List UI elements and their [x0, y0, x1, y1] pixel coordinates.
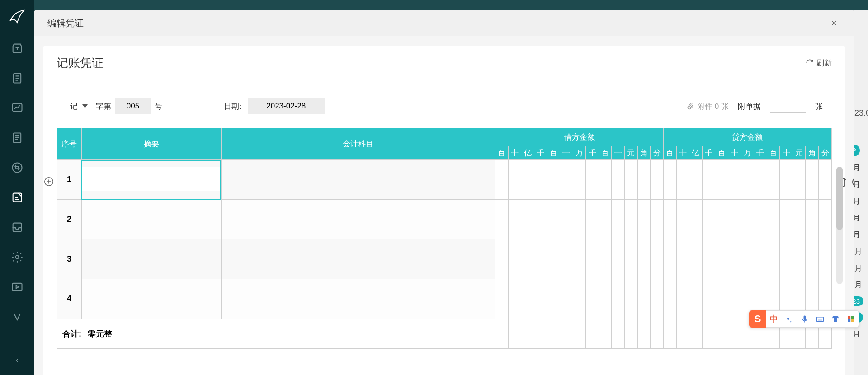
amount-digit-cell[interactable] [780, 160, 793, 200]
amount-digit-cell[interactable] [651, 200, 664, 239]
delete-row-icon[interactable] [852, 177, 854, 188]
summary-input[interactable] [82, 167, 221, 191]
amount-digit-cell[interactable] [547, 239, 560, 279]
amount-digit-cell[interactable] [573, 279, 586, 319]
amount-digit-cell[interactable] [637, 279, 651, 319]
amount-digit-cell[interactable] [637, 200, 651, 239]
amount-digit-cell[interactable] [625, 160, 638, 200]
amount-digit-cell[interactable] [676, 279, 689, 319]
amount-digit-cell[interactable] [741, 160, 754, 200]
amount-digit-cell[interactable] [754, 239, 767, 279]
amount-digit-cell[interactable] [767, 200, 780, 239]
amount-digit-cell[interactable] [534, 239, 547, 279]
amount-digit-cell[interactable] [676, 200, 689, 239]
amount-digit-cell[interactable] [663, 200, 676, 239]
amount-digit-cell[interactable] [728, 239, 741, 279]
modal-close-button[interactable] [827, 16, 841, 30]
amount-digit-cell[interactable] [754, 200, 767, 239]
amount-digit-cell[interactable] [780, 200, 793, 239]
amount-digit-cell[interactable] [508, 239, 521, 279]
nav-voucher-icon[interactable] [11, 191, 24, 204]
amount-digit-cell[interactable] [547, 160, 560, 200]
amount-digit-cell[interactable] [806, 200, 819, 239]
amount-digit-cell[interactable] [702, 279, 715, 319]
amount-digit-cell[interactable] [586, 279, 599, 319]
table-scrollbar[interactable] [836, 167, 843, 284]
nav-video-icon[interactable] [11, 281, 24, 293]
nav-v-icon[interactable] [11, 310, 24, 323]
amount-digit-cell[interactable] [599, 279, 612, 319]
subject-cell[interactable] [221, 160, 495, 200]
amount-digit-cell[interactable] [560, 279, 573, 319]
ime-mic-icon[interactable] [797, 310, 812, 328]
voucher-number-input[interactable] [115, 98, 151, 114]
bill-count-input[interactable] [770, 99, 806, 113]
voucher-type-select[interactable]: 记 [66, 98, 92, 114]
amount-digit-cell[interactable] [663, 279, 676, 319]
amount-digit-cell[interactable] [793, 239, 806, 279]
amount-digit-cell[interactable] [612, 279, 625, 319]
amount-digit-cell[interactable] [819, 239, 832, 279]
amount-digit-cell[interactable] [521, 200, 534, 239]
amount-digit-cell[interactable] [793, 160, 806, 200]
amount-digit-cell[interactable] [651, 160, 664, 200]
amount-digit-cell[interactable] [625, 239, 638, 279]
amount-digit-cell[interactable] [612, 160, 625, 200]
amount-digit-cell[interactable] [625, 279, 638, 319]
nav-exchange-icon[interactable] [11, 161, 24, 174]
amount-digit-cell[interactable] [495, 239, 509, 279]
amount-digit-cell[interactable] [728, 200, 741, 239]
amount-digit-cell[interactable] [521, 279, 534, 319]
amount-digit-cell[interactable] [560, 200, 573, 239]
amount-digit-cell[interactable] [702, 200, 715, 239]
amount-digit-cell[interactable] [676, 160, 689, 200]
amount-digit-cell[interactable] [754, 160, 767, 200]
amount-digit-cell[interactable] [819, 200, 832, 239]
amount-digit-cell[interactable] [573, 200, 586, 239]
amount-digit-cell[interactable] [767, 160, 780, 200]
attachment-link[interactable]: 附件 0 张 [686, 101, 729, 112]
amount-digit-cell[interactable] [728, 160, 741, 200]
amount-digit-cell[interactable] [702, 160, 715, 200]
amount-digit-cell[interactable] [573, 160, 586, 200]
amount-digit-cell[interactable] [586, 200, 599, 239]
amount-digit-cell[interactable] [806, 160, 819, 200]
amount-digit-cell[interactable] [586, 239, 599, 279]
amount-digit-cell[interactable] [508, 160, 521, 200]
amount-digit-cell[interactable] [612, 200, 625, 239]
amount-digit-cell[interactable] [637, 160, 651, 200]
amount-digit-cell[interactable] [495, 160, 509, 200]
amount-digit-cell[interactable] [612, 239, 625, 279]
sidebar-collapse-icon[interactable] [14, 357, 21, 366]
ime-lang-toggle[interactable]: 中 [766, 310, 782, 328]
amount-digit-cell[interactable] [819, 160, 832, 200]
amount-digit-cell[interactable] [806, 239, 819, 279]
amount-digit-cell[interactable] [599, 200, 612, 239]
amount-digit-cell[interactable] [586, 160, 599, 200]
nav-receipt-icon[interactable] [11, 131, 24, 144]
date-input[interactable] [248, 98, 325, 114]
amount-digit-cell[interactable] [521, 160, 534, 200]
refresh-button[interactable]: 刷新 [806, 58, 832, 68]
summary-cell[interactable] [81, 279, 221, 319]
amount-digit-cell[interactable] [560, 160, 573, 200]
amount-digit-cell[interactable] [689, 239, 703, 279]
scrollbar-thumb[interactable] [836, 167, 843, 230]
amount-digit-cell[interactable] [625, 200, 638, 239]
nav-inbox-icon[interactable] [11, 221, 24, 234]
amount-digit-cell[interactable] [534, 200, 547, 239]
amount-digit-cell[interactable] [547, 200, 560, 239]
amount-digit-cell[interactable] [663, 239, 676, 279]
amount-digit-cell[interactable] [495, 200, 509, 239]
amount-digit-cell[interactable] [689, 200, 703, 239]
amount-digit-cell[interactable] [715, 160, 728, 200]
summary-cell[interactable] [81, 239, 221, 279]
amount-digit-cell[interactable] [534, 160, 547, 200]
amount-digit-cell[interactable] [715, 200, 728, 239]
subject-cell[interactable] [221, 239, 495, 279]
ime-keyboard-icon[interactable] [812, 310, 828, 328]
amount-digit-cell[interactable] [637, 239, 651, 279]
amount-digit-cell[interactable] [689, 160, 703, 200]
subject-cell[interactable] [221, 200, 495, 239]
amount-digit-cell[interactable] [508, 200, 521, 239]
